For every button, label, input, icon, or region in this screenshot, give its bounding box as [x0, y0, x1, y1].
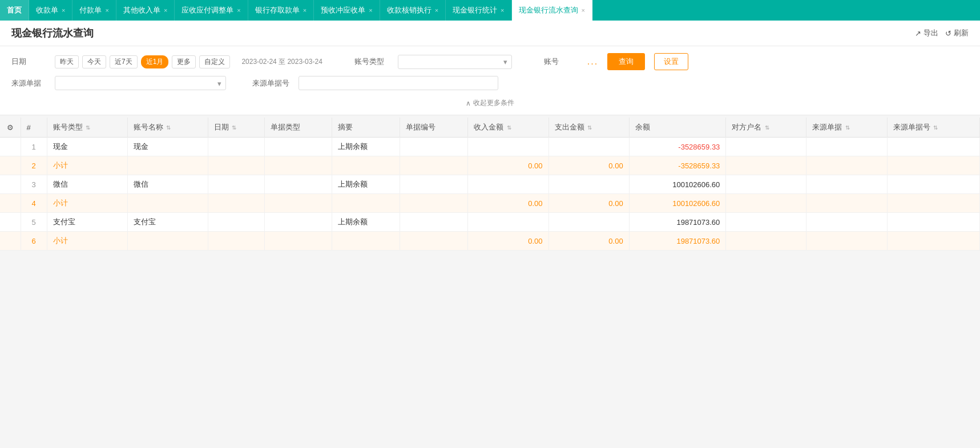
- expense-cell: 0.00: [549, 232, 629, 251]
- col-account-name[interactable]: 账号名称 ⇅: [127, 118, 208, 138]
- source-doc-no-cell: [887, 138, 979, 156]
- table-container: ⚙ # 账号类型 ⇅ 账号名称 ⇅ 日期 ⇅ 单据类型: [0, 118, 980, 251]
- nav-label: 付款单: [79, 5, 102, 15]
- col-source-doc[interactable]: 来源单据 ⇅: [806, 118, 887, 138]
- filter-row-date: 日期 昨天 今天 近7天 近1月 更多 自定义 2023-02-24 至 202…: [11, 53, 969, 70]
- nav-item-qitashouru[interactable]: 其他收入单 ×: [116, 0, 175, 21]
- doc-no-cell: [400, 156, 468, 175]
- close-icon[interactable]: ×: [501, 7, 504, 14]
- nav-item-yinhang[interactable]: 银行存取款单 ×: [248, 0, 314, 21]
- export-label: 导出: [923, 28, 938, 38]
- row-checkbox: [0, 194, 21, 213]
- close-icon[interactable]: ×: [105, 7, 108, 14]
- row-index: 3: [21, 175, 47, 194]
- nav-item-yushou[interactable]: 预收冲应收单 ×: [314, 0, 380, 21]
- date-btn-7days[interactable]: 近7天: [110, 55, 138, 68]
- date-btn-1month[interactable]: 近1月: [141, 55, 169, 68]
- nav-item-xianjin-stat[interactable]: 现金银行统计 ×: [446, 0, 511, 21]
- expense-cell: 0.00: [549, 156, 629, 175]
- col-counterpart[interactable]: 对方户名 ⇅: [726, 118, 806, 138]
- gear-icon[interactable]: ⚙: [7, 123, 14, 132]
- close-icon[interactable]: ×: [237, 7, 240, 14]
- export-button[interactable]: ↗ 导出: [915, 28, 938, 38]
- col-summary-label: 摘要: [338, 123, 353, 131]
- query-button[interactable]: 查询: [607, 53, 645, 70]
- source-doc-no-input[interactable]: [299, 76, 498, 90]
- row-index: 4: [21, 194, 47, 213]
- top-navigation: 首页 收款单 × 付款单 × 其他收入单 × 应收应付调整单 × 银行存取款单 …: [0, 0, 980, 21]
- nav-item-shoukuan[interactable]: 收款核销执行 ×: [380, 0, 446, 21]
- doc-no-cell: [400, 213, 468, 232]
- page-header: 现金银行流水查询 ↗ 导出 ↺ 刷新: [0, 21, 980, 46]
- balance-cell: 100102606.60: [629, 194, 726, 213]
- row-checkbox: [0, 138, 21, 156]
- date-btn-more[interactable]: 更多: [172, 55, 196, 68]
- close-icon[interactable]: ×: [582, 7, 585, 14]
- sort-icon: ⇅: [765, 124, 769, 131]
- close-icon[interactable]: ×: [369, 7, 372, 14]
- income-cell: 0.00: [468, 194, 549, 213]
- col-doc-no: 单据编号: [400, 118, 468, 138]
- page-title: 现金银行流水查询: [11, 26, 94, 40]
- table-row: 2小计0.000.00-3528659.33: [0, 156, 980, 175]
- refresh-icon: ↺: [945, 29, 951, 38]
- expense-cell: [549, 138, 629, 156]
- col-settings[interactable]: ⚙: [0, 118, 21, 138]
- source-doc-select[interactable]: [55, 76, 226, 90]
- col-date[interactable]: 日期 ⇅: [208, 118, 264, 138]
- date-btn-today[interactable]: 今天: [82, 55, 106, 68]
- doc-type-cell: [264, 156, 332, 175]
- refresh-button[interactable]: ↺ 刷新: [945, 28, 969, 38]
- source-doc-no-cell: [887, 194, 979, 213]
- income-cell: [468, 138, 549, 156]
- setting-button[interactable]: 设置: [654, 53, 688, 70]
- close-icon[interactable]: ×: [435, 7, 438, 14]
- nav-home[interactable]: 首页: [0, 0, 29, 21]
- expense-cell: [549, 175, 629, 194]
- doc-no-cell: [400, 194, 468, 213]
- date-cell: [208, 194, 264, 213]
- source-doc-cell: [806, 138, 887, 156]
- account-name-cell: 微信: [127, 175, 208, 194]
- row-checkbox: [0, 232, 21, 251]
- nav-item-fukundan[interactable]: 付款单 ×: [72, 0, 116, 21]
- col-account-type-label: 账号类型: [53, 123, 83, 131]
- income-cell: 0.00: [468, 232, 549, 251]
- account-type-cell: 小计: [47, 232, 127, 251]
- account-type-cell: 支付宝: [47, 213, 127, 232]
- counterpart-cell: [726, 138, 806, 156]
- date-btn-yesterday[interactable]: 昨天: [55, 55, 79, 68]
- account-type-select[interactable]: 现金 微信 支付宝: [398, 55, 512, 69]
- account-name-cell: [127, 156, 208, 175]
- nav-item-shoukundan[interactable]: 收款单 ×: [29, 0, 72, 21]
- counterpart-cell: [726, 213, 806, 232]
- collapse-bar[interactable]: ∧ 收起更多条件: [11, 96, 969, 110]
- nav-item-yingshou[interactable]: 应收应付调整单 ×: [175, 0, 248, 21]
- col-doc-type: 单据类型: [264, 118, 332, 138]
- col-expense-label: 支出金额: [555, 123, 584, 131]
- col-income[interactable]: 收入金额 ⇅: [468, 118, 549, 138]
- sort-icon: ⇅: [587, 124, 592, 131]
- nav-item-liushui[interactable]: 现金银行流水查询 ×: [512, 0, 592, 21]
- counterpart-cell: [726, 175, 806, 194]
- source-doc-cell: [806, 156, 887, 175]
- collapse-label: 收起更多条件: [473, 98, 514, 108]
- close-icon[interactable]: ×: [62, 7, 65, 14]
- col-source-doc-no[interactable]: 来源单据号 ⇅: [887, 118, 979, 138]
- dots-button[interactable]: ...: [587, 56, 598, 67]
- account-type-cell: 小计: [47, 194, 127, 213]
- balance-cell: -3528659.33: [629, 156, 726, 175]
- income-cell: [468, 175, 549, 194]
- summary-cell: 上期余额: [332, 213, 400, 232]
- summary-cell: 上期余额: [332, 175, 400, 194]
- table-row: 5支付宝支付宝上期余额19871073.60: [0, 213, 980, 232]
- col-account-type[interactable]: 账号类型 ⇅: [47, 118, 127, 138]
- close-icon[interactable]: ×: [164, 7, 167, 14]
- sort-icon: ⇅: [845, 124, 850, 131]
- close-icon[interactable]: ×: [303, 7, 306, 14]
- source-doc-cell: [806, 175, 887, 194]
- date-btn-custom[interactable]: 自定义: [199, 55, 230, 68]
- col-counterpart-label: 对方户名: [732, 123, 761, 131]
- header-actions: ↗ 导出 ↺ 刷新: [915, 28, 969, 38]
- col-expense[interactable]: 支出金额 ⇅: [549, 118, 629, 138]
